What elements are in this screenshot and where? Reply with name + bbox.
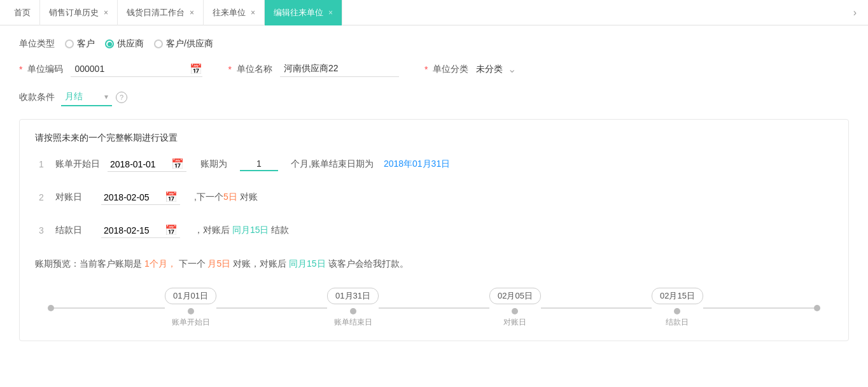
unit-name-input[interactable] [280,61,399,77]
tab-sales-history[interactable]: 销售订单历史 × [40,0,118,25]
chevron-down-icon: ⌄ [508,63,516,75]
tl-badge-3: 02月05日 [489,288,541,304]
preview-highlight1: 1个月， [144,258,176,269]
tab-home-label: 首页 [14,7,31,18]
tl-badge-1: 01月01日 [165,288,216,304]
help-icon[interactable]: ? [116,92,127,103]
period-row-label-1: 账单开始日 [55,158,100,170]
tl-line-4 [541,307,652,309]
calendar-icon[interactable]: 📅 [190,63,202,75]
preview-text: 账期预览：当前客户账期是 1个月， 下一个 月5日 对账，对账后 同月15日 该… [35,258,833,270]
period-num-input[interactable] [240,157,278,171]
required-star: * [19,64,22,74]
tab-sales-history-label: 销售订单历史 [49,7,99,18]
close-icon[interactable]: × [190,8,194,17]
required-star-name: * [228,64,231,74]
tl-sublabel-3: 对账日 [503,317,526,328]
close-icon[interactable]: × [251,8,255,17]
tab-more-button[interactable]: › [847,7,863,18]
period-row-3: 3 结款日 📅 ，对账后 同月15日 结款 [35,223,833,238]
tab-edit-partner[interactable]: 编辑往来单位 × [265,0,342,25]
preview-suffix: 该客户会给我打款。 [328,258,409,269]
unit-code-input[interactable] [71,61,190,76]
preview-text3: 对账，对账后 [233,258,289,269]
tl-start-end [48,305,54,311]
radio-customer-label: 客户 [77,38,95,50]
period-row-number-1: 1 [35,159,48,169]
radio-supplier[interactable]: 供应商 [105,38,144,50]
close-icon[interactable]: × [104,8,108,17]
period-desc-label: 账期为 [200,158,227,170]
period-row3-highlight: 同月15日 [232,225,269,235]
period-row-2: 2 对账日 📅 ,下一个5日 对账 [35,190,833,205]
period-suffix: 个月,账单结束日期为 [291,158,374,170]
radio-customer-supplier-circle [154,39,163,48]
period-row2-highlight: 5日 [223,192,237,202]
period-row2-desc: ,下一个5日 对账 [194,192,258,203]
radio-supplier-label: 供应商 [117,38,144,50]
tab-cash-work-label: 钱货日清工作台 [127,7,185,18]
tl-node-1: 01月01日 账单开始日 [165,288,216,328]
period-row-number-2: 2 [35,192,48,202]
tl-badge-4: 02月15日 [652,288,703,304]
tl-line-1 [54,307,165,309]
period-date-input-3[interactable] [104,225,161,236]
tl-dot-3 [512,308,518,314]
radio-customer-supplier[interactable]: 客户/供应商 [154,38,213,50]
tab-bar: 首页 销售订单历史 × 钱货日清工作台 × 往来单位 × 编辑往来单位 × › [0,0,868,25]
unit-category-dropdown[interactable]: 未分类 ⌄ [476,63,552,75]
period-row-label-2: 对账日 [55,192,94,203]
close-icon[interactable]: × [328,8,333,17]
period-row-number-3: 3 [35,225,48,236]
tab-partner-units[interactable]: 往来单位 × [204,0,265,25]
period-row-1: 1 账单开始日 📅 账期为 个月,账单结束日期为 2018年01月31日 [35,157,833,172]
calendar-icon-3[interactable]: 📅 [165,224,178,236]
tl-node-3: 02月05日 对账日 [489,288,541,328]
preview-text2: 下一个 [179,258,206,269]
tl-start-dot [48,305,54,311]
payment-dropdown[interactable]: 月结 ▾ [61,88,112,106]
chevron-down-icon-payment: ▾ [104,92,108,101]
tl-end-dot [814,305,820,311]
preview-section: 账期预览：当前客户账期是 1个月， 下一个 月5日 对账，对账后 同月15日 该… [35,248,833,328]
tl-sublabel-4: 结款日 [666,317,689,328]
tl-node-4: 02月15日 结款日 [652,288,703,328]
period-box: 请按照未来的一个完整帐期进行设置 1 账单开始日 📅 账期为 个月,账单结束日期… [19,119,849,341]
tab-edit-partner-label: 编辑往来单位 [274,7,323,18]
tab-cash-work[interactable]: 钱货日清工作台 × [118,0,204,25]
payment-row: 收款条件 月结 ▾ ? [19,88,849,106]
payment-value: 月结 [65,91,101,102]
tab-partner-units-label: 往来单位 [213,7,246,18]
unit-type-row: 单位类型 客户 供应商 客户/供应商 [19,38,849,50]
tl-line-5 [703,307,814,309]
radio-customer[interactable]: 客户 [65,38,95,50]
unit-type-radio-group: 客户 供应商 客户/供应商 [65,38,213,50]
preview-highlight3: 同月15日 [289,258,326,269]
radio-customer-circle [65,39,74,48]
tl-line-3 [379,307,489,309]
period-date-field-1: 📅 [108,157,186,172]
period-date-input-1[interactable] [110,159,167,169]
radio-customer-supplier-label: 客户/供应商 [166,38,213,50]
unit-category-label: 单位分类 [433,64,468,75]
unit-code-label: 单位编码 [27,64,63,75]
tl-sublabel-1: 账单开始日 [172,317,210,328]
tab-home[interactable]: 首页 [5,0,40,25]
unit-name-label: 单位名称 [237,64,272,75]
unit-name-group: * 单位名称 [228,61,398,77]
payment-label: 收款条件 [19,92,55,103]
calendar-icon-2[interactable]: 📅 [165,191,178,203]
period-row-label-3: 结款日 [55,225,94,236]
period-row3-desc: ，对账后 同月15日 结款 [194,225,289,236]
required-star-cat: * [424,64,428,74]
period-title: 请按照未来的一个完整帐期进行设置 [35,132,833,144]
tl-badge-2: 01月31日 [327,288,379,304]
period-end-date: 2018年01月31日 [384,158,450,170]
period-date-input-2[interactable] [104,192,161,202]
radio-supplier-circle [105,39,114,48]
tl-dot-2 [350,308,356,314]
timeline: 01月01日 账单开始日 01月31日 账单结束日 02月05日 [35,288,833,328]
calendar-icon-1[interactable]: 📅 [171,158,184,170]
fields-row: * 单位编码 📅 * 单位名称 * 单位分类 未分类 ⌄ [19,61,849,77]
unit-category-group: * 单位分类 未分类 ⌄ [424,63,552,75]
